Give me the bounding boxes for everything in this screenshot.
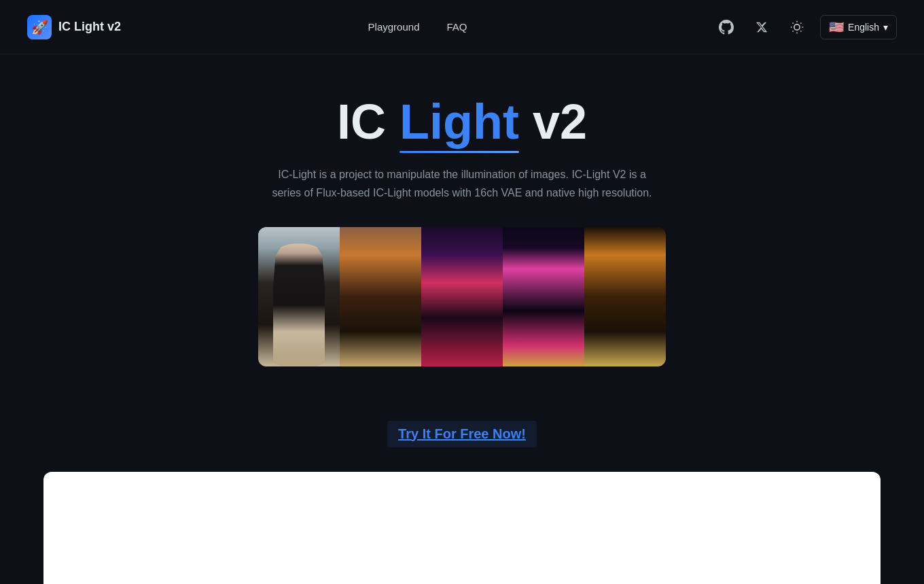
svg-line-7: [793, 31, 794, 31]
twitter-button[interactable]: [749, 15, 774, 39]
svg-line-8: [800, 22, 801, 23]
navbar-actions: 🇺🇸 English ▾: [714, 15, 897, 39]
image-5: [584, 227, 666, 366]
logo[interactable]: 🚀 IC Light v2: [27, 15, 121, 39]
x-icon: [756, 21, 768, 33]
title-prefix: IC: [337, 95, 399, 149]
github-icon: [719, 20, 734, 35]
chevron-down-icon: ▾: [883, 22, 888, 33]
title-highlight: Light: [399, 95, 519, 149]
nav-link-playground[interactable]: Playground: [368, 21, 420, 33]
svg-line-3: [793, 22, 794, 23]
image-panel-3: [421, 227, 503, 366]
github-button[interactable]: [714, 15, 739, 39]
image-panel-4: [503, 227, 584, 366]
hero-title: IC Light v2: [337, 95, 587, 149]
image-strip: [258, 227, 666, 366]
image-1: [258, 227, 340, 366]
svg-point-0: [794, 24, 800, 29]
title-suffix: v2: [519, 95, 587, 149]
svg-line-4: [800, 31, 801, 31]
language-label: English: [848, 22, 879, 33]
cta-section: Try It For Free Now!: [0, 421, 924, 447]
sun-icon: [790, 20, 804, 34]
language-selector[interactable]: 🇺🇸 English ▾: [820, 15, 897, 39]
image-3: [421, 227, 503, 366]
nav-links: Playground FAQ: [368, 21, 467, 33]
hero-description: IC-Light is a project to manipulate the …: [265, 165, 659, 202]
image-4: [503, 227, 584, 366]
image-panel-1: [258, 227, 340, 366]
logo-text: IC Light v2: [58, 20, 121, 34]
nav-link-faq[interactable]: FAQ: [446, 21, 467, 33]
image-panel-2: [340, 227, 421, 366]
logo-icon: 🚀: [27, 15, 52, 39]
cta-button[interactable]: Try It For Free Now!: [387, 421, 537, 447]
hero-section: IC Light v2 IC-Light is a project to man…: [0, 54, 924, 421]
flag-icon: 🇺🇸: [829, 20, 844, 35]
theme-toggle-button[interactable]: [785, 15, 809, 39]
navbar: 🚀 IC Light v2 Playground FAQ: [0, 0, 924, 54]
image-2: [340, 227, 421, 366]
playground-card: [43, 472, 881, 584]
image-panel-5: [584, 227, 666, 366]
